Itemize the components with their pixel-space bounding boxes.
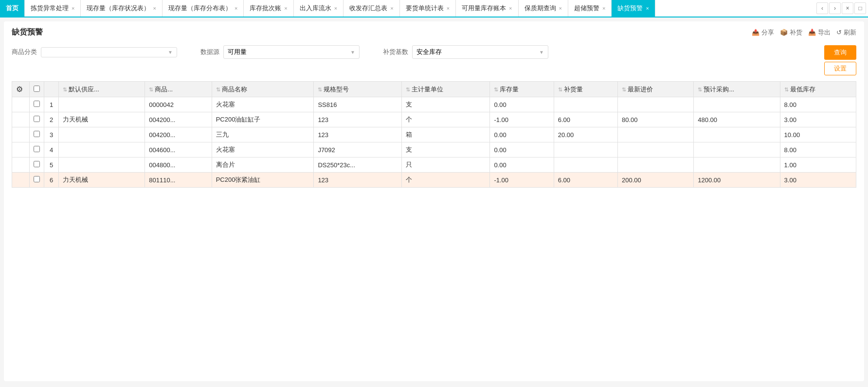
tab-close-current[interactable]: × [842, 2, 853, 14]
row-checkbox-4[interactable] [30, 158, 44, 173]
row-num-1: 2 [44, 112, 59, 127]
row-product-code-4: 004800... [145, 158, 212, 173]
tab-overstock-close[interactable]: × [602, 5, 605, 11]
row-latest-price-0 [617, 97, 693, 112]
share-action[interactable]: 📤 分享 [752, 28, 774, 37]
tab-available-ledger-label: 可用量库存账本 [462, 4, 506, 13]
tab-shortage[interactable]: 缺货预警 × [612, 0, 655, 17]
table-row: 4 004600... 火花塞 J7092 支 0.00 8.00 [12, 142, 856, 158]
tab-inventory-status-label: 现存量（库存状况表） [87, 4, 150, 13]
row-min-stock-1: 3.00 [780, 112, 856, 127]
tab-purchase-stat-close[interactable]: × [447, 5, 450, 11]
tab-inventory-status[interactable]: 现存量（库存状况表） × [81, 0, 162, 17]
row-unit-5: 个 [401, 173, 489, 188]
settings-button[interactable]: 设置 [824, 62, 856, 75]
col-spec[interactable]: 规格型号 [314, 82, 402, 97]
col-product-code[interactable]: 商品... [145, 82, 212, 97]
row-supplement-2: 20.00 [554, 127, 617, 142]
row-unit-2: 箱 [401, 127, 489, 142]
row-min-stock-5: 3.00 [780, 173, 856, 188]
export-icon: 📥 [808, 29, 816, 36]
page-title-row: 缺货预警 📤 分享 📦 补货 📥 导出 ↺ 刷新 [12, 27, 856, 37]
row-supplement-3 [554, 142, 617, 158]
datasource-select[interactable]: 可用量 ▼ [223, 45, 360, 59]
row-checkbox-2[interactable] [30, 127, 44, 142]
col-supplement[interactable]: 补货量 [554, 82, 617, 97]
row-min-stock-2: 10.00 [780, 127, 856, 142]
tab-receive-summary-label: 收发存汇总表 [349, 4, 387, 13]
row-supplier-5: 力天机械 [59, 173, 145, 188]
query-button[interactable]: 查询 [824, 45, 856, 60]
tab-inventory-dist[interactable]: 现存量（库存分布表） × [163, 0, 244, 17]
supplement-base-filter-group: 补货基数 安全库存 ▼ [383, 45, 548, 59]
row-supplier-2 [59, 127, 145, 142]
supplement-action[interactable]: 📦 补货 [780, 28, 802, 37]
column-settings-icon[interactable]: ⚙ [16, 85, 23, 93]
col-unit[interactable]: 主计量单位 [401, 82, 489, 97]
tab-receive-summary[interactable]: 收发存汇总表 × [344, 0, 399, 17]
col-supplier[interactable]: 默认供应... [59, 82, 145, 97]
row-product-code-5: 801110... [145, 173, 212, 188]
tab-inout-flow[interactable]: 出入库流水 × [294, 0, 344, 17]
row-settings-2 [12, 127, 30, 142]
row-checkbox-5[interactable] [30, 173, 44, 188]
col-rownum [44, 82, 59, 97]
tab-batch-account-close[interactable]: × [284, 5, 287, 11]
tab-home[interactable]: 首页 [0, 0, 25, 17]
tab-purchase-stat-label: 要货单统计表 [406, 4, 444, 13]
tab-inventory-status-close[interactable]: × [153, 5, 156, 11]
tab-available-ledger-close[interactable]: × [509, 5, 512, 11]
row-num-4: 5 [44, 158, 59, 173]
col-latest-price[interactable]: 最新进价 [617, 82, 693, 97]
select-all-checkbox[interactable] [34, 86, 40, 92]
page-title: 缺货预警 [12, 27, 43, 37]
col-min-stock[interactable]: 最低库存 [780, 82, 856, 97]
row-unit-1: 个 [401, 112, 489, 127]
tab-abnormal[interactable]: 拣货异常处理 × [25, 0, 81, 17]
row-spec-4: DS250*23c... [314, 158, 402, 173]
table-header-row: ⚙ 默认供应... 商品... 商品名称 规格型号 [12, 82, 856, 97]
tab-purchase-stat[interactable]: 要货单统计表 × [400, 0, 456, 17]
tab-available-ledger[interactable]: 可用量库存账本 × [456, 0, 518, 17]
row-stock-4: 0.00 [490, 158, 554, 173]
row-product-code-0: 0000042 [145, 97, 212, 112]
right-buttons: 查询 设置 [824, 45, 856, 75]
supplement-base-value: 安全库存 [416, 48, 442, 56]
tab-batch-account[interactable]: 库存批次账 × [244, 0, 293, 17]
tab-inventory-dist-close[interactable]: × [235, 5, 237, 11]
tab-abnormal-close[interactable]: × [72, 5, 74, 11]
tab-expiry-query-close[interactable]: × [559, 5, 562, 11]
tab-expiry-query[interactable]: 保质期查询 × [519, 0, 568, 17]
refresh-action[interactable]: ↺ 刷新 [836, 28, 856, 37]
col-stock[interactable]: 库存量 [490, 82, 554, 97]
col-product-name[interactable]: 商品名称 [212, 82, 314, 97]
tab-overstock[interactable]: 超储预警 × [568, 0, 612, 17]
col-checkbox-header [30, 82, 44, 97]
category-select[interactable]: ▼ [41, 47, 177, 57]
supplement-label: 补货 [790, 28, 802, 37]
col-settings: ⚙ [12, 82, 30, 97]
tab-receive-summary-close[interactable]: × [390, 5, 393, 11]
col-est-purchase[interactable]: 预计采购... [694, 82, 780, 97]
supplement-icon: 📦 [780, 29, 788, 36]
tab-expand[interactable]: □ [854, 2, 866, 14]
row-checkbox-1[interactable] [30, 112, 44, 127]
row-unit-4: 只 [401, 158, 489, 173]
tab-scroll-left[interactable]: ‹ [816, 2, 828, 14]
row-latest-price-5: 200.00 [617, 173, 693, 188]
row-min-stock-3: 8.00 [780, 142, 856, 158]
row-checkbox-3[interactable] [30, 142, 44, 158]
tab-scroll-right[interactable]: › [829, 2, 841, 14]
row-product-code-1: 004200... [145, 112, 212, 127]
row-checkbox-0[interactable] [30, 97, 44, 112]
row-min-stock-4: 1.00 [780, 158, 856, 173]
row-product-name-5: PC200张紧油缸 [212, 173, 314, 188]
tab-shortage-close[interactable]: × [646, 5, 649, 11]
row-product-code-2: 004200... [145, 127, 212, 142]
supplement-base-select[interactable]: 安全库存 ▼ [412, 45, 548, 59]
export-action[interactable]: 📥 导出 [808, 28, 831, 37]
tab-inout-flow-close[interactable]: × [334, 5, 337, 11]
supplement-base-label: 补货基数 [383, 48, 408, 56]
row-product-name-0: 火花塞 [212, 97, 314, 112]
table-row: 6 力天机械 801110... PC200张紧油缸 123 个 -1.00 6… [12, 173, 856, 188]
